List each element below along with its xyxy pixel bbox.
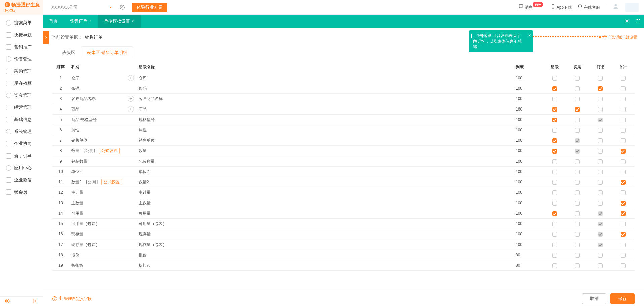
checkbox[interactable] bbox=[552, 86, 557, 91]
cell-name[interactable]: 数量【公测】公式设置 bbox=[69, 146, 136, 156]
cell-display[interactable]: 数量2 bbox=[136, 177, 513, 187]
checkbox[interactable] bbox=[598, 97, 603, 101]
checkbox[interactable] bbox=[575, 107, 580, 112]
cell-display[interactable]: 客户商品名称 bbox=[136, 94, 513, 104]
cell-width[interactable]: 100 bbox=[513, 239, 543, 250]
cell-display[interactable]: 销售单位 bbox=[136, 135, 513, 146]
checkbox[interactable] bbox=[575, 232, 580, 237]
checkbox[interactable] bbox=[621, 76, 626, 81]
company-dropdown[interactable]: XXXXXX公司 bbox=[48, 3, 115, 12]
formula-settings-link[interactable]: 公式设置 bbox=[99, 148, 120, 154]
tab-close-icon[interactable]: × bbox=[132, 18, 135, 24]
cell-display[interactable]: 主数量 bbox=[136, 198, 513, 208]
checkbox[interactable] bbox=[621, 138, 626, 143]
checkbox[interactable] bbox=[621, 222, 626, 226]
checkbox[interactable] bbox=[552, 159, 557, 164]
checkbox[interactable] bbox=[575, 222, 580, 226]
gear-icon[interactable] bbox=[5, 298, 10, 306]
save-button[interactable]: 保存 bbox=[610, 293, 635, 304]
cell-name[interactable]: 现存量 bbox=[69, 229, 136, 239]
settings-gear-icon[interactable] bbox=[118, 3, 127, 12]
tab-close-icon[interactable]: × bbox=[89, 18, 92, 24]
cell-width[interactable]: 100 bbox=[513, 73, 543, 83]
cell-width[interactable]: 100 bbox=[513, 177, 543, 187]
cell-name[interactable]: 属性 bbox=[69, 125, 136, 135]
hint-close-icon[interactable]: × bbox=[528, 32, 531, 39]
cell-width[interactable]: 80 bbox=[513, 250, 543, 260]
cell-name[interactable]: 数量2【公测】公式设置 bbox=[69, 177, 136, 187]
checkbox[interactable] bbox=[575, 201, 580, 206]
trial-button[interactable]: 体验行业方案 bbox=[132, 3, 167, 12]
checkbox[interactable] bbox=[621, 128, 626, 133]
checkbox[interactable] bbox=[552, 263, 557, 268]
cell-width[interactable]: 100 bbox=[513, 156, 543, 167]
cell-display[interactable]: 报价 bbox=[136, 250, 513, 260]
cell-width[interactable]: 100 bbox=[513, 187, 543, 198]
tab-home[interactable]: 首页 bbox=[43, 15, 64, 28]
cell-display[interactable]: 现存量（包装） bbox=[136, 239, 513, 250]
close-all-tabs-icon[interactable] bbox=[621, 15, 633, 28]
checkbox[interactable] bbox=[575, 118, 580, 122]
checkbox[interactable] bbox=[575, 159, 580, 164]
checkbox[interactable] bbox=[552, 211, 557, 216]
subtab-head[interactable]: 表头区 bbox=[56, 46, 81, 59]
sidebar-item-quick[interactable]: 快捷导航 bbox=[0, 29, 43, 41]
checkbox[interactable] bbox=[552, 201, 557, 206]
checkbox[interactable] bbox=[552, 128, 557, 133]
checkbox[interactable] bbox=[575, 253, 580, 258]
cell-name[interactable]: 主计量 bbox=[69, 187, 136, 198]
checkbox[interactable] bbox=[598, 180, 603, 185]
checkbox[interactable] bbox=[598, 86, 603, 91]
cell-display[interactable]: 主计量 bbox=[136, 187, 513, 198]
cell-width[interactable]: 100 bbox=[513, 115, 543, 125]
checkbox[interactable] bbox=[598, 128, 603, 133]
sidebar-item-appcenter[interactable]: 应用中心 bbox=[0, 162, 43, 174]
sidebar-item-member[interactable]: 畅会员 bbox=[0, 186, 43, 198]
add-column-icon[interactable]: + bbox=[128, 96, 134, 102]
util-customer-service[interactable]: 在线客服 bbox=[578, 4, 600, 10]
checkbox[interactable] bbox=[552, 118, 557, 122]
checkbox[interactable] bbox=[575, 128, 580, 133]
checkbox[interactable] bbox=[621, 243, 626, 247]
checkbox[interactable] bbox=[621, 159, 626, 164]
checkbox[interactable] bbox=[552, 232, 557, 237]
fullscreen-icon[interactable] bbox=[633, 15, 644, 28]
sidebar-item-system[interactable]: 系统管理 bbox=[0, 126, 43, 138]
checkbox[interactable] bbox=[575, 76, 580, 81]
checkbox[interactable] bbox=[621, 201, 626, 206]
cell-name[interactable]: 销售单位 bbox=[69, 135, 136, 146]
checkbox[interactable] bbox=[598, 149, 603, 154]
cell-width[interactable]: 100 bbox=[513, 219, 543, 229]
sidebar-item-sales[interactable]: 销售管理 bbox=[0, 53, 43, 65]
cell-display[interactable]: 属性 bbox=[136, 125, 513, 135]
cell-display[interactable]: 数量 bbox=[136, 146, 513, 156]
add-column-icon[interactable]: + bbox=[128, 75, 134, 81]
util-app-download[interactable]: App下载 bbox=[551, 4, 572, 10]
sidebar-item-search[interactable]: 搜索菜单 bbox=[0, 17, 43, 29]
sidebar-item-marketing[interactable]: 营销推广 bbox=[0, 41, 43, 53]
cell-display[interactable]: 包装数量 bbox=[136, 156, 513, 167]
cell-name[interactable]: 商品+ bbox=[69, 104, 136, 115]
checkbox[interactable] bbox=[552, 222, 557, 226]
checkbox[interactable] bbox=[552, 190, 557, 195]
cell-width[interactable]: 100 bbox=[513, 135, 543, 146]
util-messages[interactable]: 消息 99+ bbox=[519, 4, 544, 10]
checkbox[interactable] bbox=[598, 190, 603, 195]
sidebar-item-purchase[interactable]: 采购管理 bbox=[0, 65, 43, 77]
cell-name[interactable]: 报价 bbox=[69, 250, 136, 260]
checkbox[interactable] bbox=[575, 97, 580, 101]
cell-name[interactable]: 主数量 bbox=[69, 198, 136, 208]
checkbox[interactable] bbox=[552, 170, 557, 174]
cell-name[interactable]: 商品.规格型号 bbox=[69, 115, 136, 125]
context-expand-handle[interactable] bbox=[43, 31, 49, 44]
checkbox[interactable] bbox=[621, 97, 626, 101]
checkbox[interactable] bbox=[598, 170, 603, 174]
add-column-icon[interactable]: + bbox=[128, 106, 134, 112]
user-avatar-icon[interactable] bbox=[612, 3, 619, 12]
checkbox[interactable] bbox=[621, 211, 626, 216]
cell-name[interactable]: 可用量 bbox=[69, 208, 136, 219]
cell-name[interactable]: 包装数量 bbox=[69, 156, 136, 167]
checkbox[interactable] bbox=[621, 180, 626, 185]
cell-width[interactable]: 100 bbox=[513, 146, 543, 156]
cell-display[interactable]: 条码 bbox=[136, 83, 513, 94]
